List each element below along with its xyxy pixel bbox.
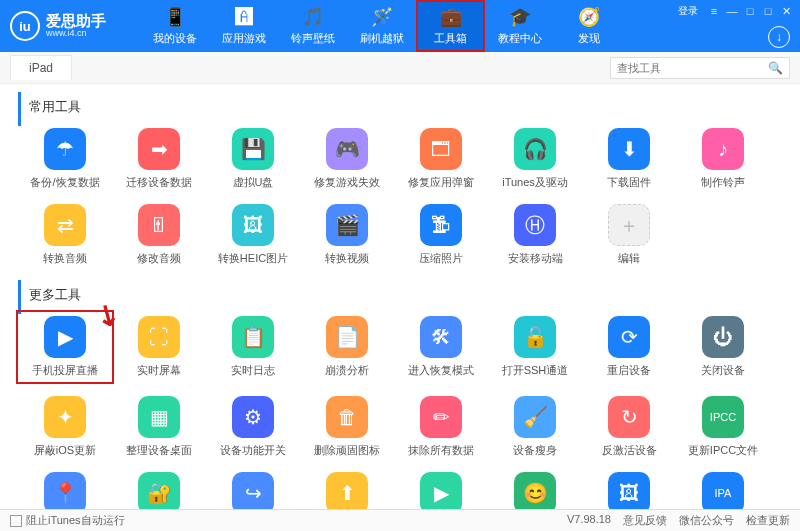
tool-item[interactable]: IPAIPA签名 xyxy=(676,472,770,514)
tool-label: iTunes及驱动 xyxy=(502,175,568,190)
tool-icon: 🗔 xyxy=(420,128,462,170)
close-icon[interactable]: ✕ xyxy=(778,3,794,19)
maximize-icon[interactable]: □ xyxy=(760,3,776,19)
tool-item[interactable]: 🗑删除顽固图标 xyxy=(300,396,394,458)
nav-3[interactable]: 🪄刷机越狱 xyxy=(347,0,416,52)
tool-icon: 🎬 xyxy=(326,204,368,246)
tool-label: 崩溃分析 xyxy=(325,363,369,378)
tool-item[interactable]: ♪制作铃声 xyxy=(676,128,770,190)
main-nav: 📱我的设备🅰应用游戏🎵铃声壁纸🪄刷机越狱💼工具箱🎓教程中心🧭发现 xyxy=(140,0,623,52)
tool-icon: 🗑 xyxy=(326,396,368,438)
tool-icon: 🧹 xyxy=(514,396,556,438)
menu-icon[interactable]: ≡ xyxy=(706,3,722,19)
nav-6[interactable]: 🧭发现 xyxy=(554,0,623,52)
tool-item[interactable]: ⛶实时屏幕 xyxy=(112,316,206,382)
tool-item[interactable]: ⬆备份引导区数据 xyxy=(300,472,394,514)
tool-item[interactable]: ✦屏蔽iOS更新 xyxy=(18,396,112,458)
tool-item[interactable]: ⇄转换音频 xyxy=(18,204,112,266)
tool-item[interactable]: 🎬转换视频 xyxy=(300,204,394,266)
logo-title: 爱思助手 xyxy=(46,13,106,30)
tool-item[interactable]: 🔓打开SSH通道 xyxy=(488,316,582,382)
more-tools-grid: ↘ ▶手机投屏直播⛶实时屏幕📋实时日志📄崩溃分析🛠进入恢复模式🔓打开SSH通道⟳… xyxy=(18,316,782,514)
common-tools-grid: ☂备份/恢复数据➡迁移设备数据💾虚拟U盘🎮修复游戏失效🗔修复应用弹窗🎧iTune… xyxy=(18,128,782,280)
tool-label: 安装移动端 xyxy=(508,251,563,266)
tool-icon: ✏ xyxy=(420,396,462,438)
nav-1[interactable]: 🅰应用游戏 xyxy=(209,0,278,52)
tool-icon: ☂ xyxy=(44,128,86,170)
nav-0[interactable]: 📱我的设备 xyxy=(140,0,209,52)
nav-label: 我的设备 xyxy=(153,31,197,46)
nav-icon: 💼 xyxy=(440,6,462,28)
tool-item[interactable]: 🎮修复游戏失效 xyxy=(300,128,394,190)
wechat-link[interactable]: 微信公众号 xyxy=(679,513,734,528)
logo[interactable]: iu 爱思助手 www.i4.cn xyxy=(0,11,140,41)
tool-item[interactable]: ⬇下载固件 xyxy=(582,128,676,190)
itunes-block-checkbox[interactable] xyxy=(10,515,22,527)
restore-icon[interactable]: □ xyxy=(742,3,758,19)
login-link[interactable]: 登录 xyxy=(678,4,698,18)
tool-item[interactable]: 🗔修复应用弹窗 xyxy=(394,128,488,190)
tool-icon: ⬆ xyxy=(326,472,368,514)
search-box[interactable]: 🔍 xyxy=(610,57,790,79)
tool-label: 制作铃声 xyxy=(701,175,745,190)
tool-item[interactable]: 🎧iTunes及驱动 xyxy=(488,128,582,190)
tool-item[interactable]: 💾虚拟U盘 xyxy=(206,128,300,190)
tool-icon: IPCC xyxy=(702,396,744,438)
tool-label: 下载固件 xyxy=(607,175,651,190)
tool-icon: ✦ xyxy=(44,396,86,438)
nav-5[interactable]: 🎓教程中心 xyxy=(485,0,554,52)
update-link[interactable]: 检查更新 xyxy=(746,513,790,528)
tool-label: 删除顽固图标 xyxy=(314,443,380,458)
tool-icon: 🖼 xyxy=(608,472,650,514)
tool-item[interactable]: 🛠进入恢复模式 xyxy=(394,316,488,382)
tool-item[interactable]: 📄崩溃分析 xyxy=(300,316,394,382)
tool-item[interactable]: 😊表情抠图 xyxy=(488,472,582,514)
content[interactable]: 常用工具 ☂备份/恢复数据➡迁移设备数据💾虚拟U盘🎮修复游戏失效🗔修复应用弹窗🎧… xyxy=(0,84,800,514)
tool-icon: ➡ xyxy=(138,128,180,170)
tool-item[interactable]: 🧹设备瘦身 xyxy=(488,396,582,458)
feedback-link[interactable]: 意见反馈 xyxy=(623,513,667,528)
tool-item[interactable]: ☂备份/恢复数据 xyxy=(18,128,112,190)
nav-label: 铃声壁纸 xyxy=(291,31,335,46)
tool-item[interactable]: 🔐破解时间限额 xyxy=(112,472,206,514)
search-icon[interactable]: 🔍 xyxy=(768,61,783,75)
tool-label: 设备瘦身 xyxy=(513,443,557,458)
tool-item[interactable]: ↪跳过设置向导 xyxy=(206,472,300,514)
nav-2[interactable]: 🎵铃声壁纸 xyxy=(278,0,347,52)
tool-icon: 🎮 xyxy=(326,128,368,170)
tool-item[interactable]: IPCC更新IPCC文件 xyxy=(676,396,770,458)
tool-item[interactable]: 📋实时日志 xyxy=(206,316,300,382)
tool-icon: ⛶ xyxy=(138,316,180,358)
tab-ipad[interactable]: iPad xyxy=(10,55,72,80)
tool-item[interactable]: 🎚修改音频 xyxy=(112,204,206,266)
tool-item[interactable]: ➡迁移设备数据 xyxy=(112,128,206,190)
tool-item[interactable]: 🗜压缩照片 xyxy=(394,204,488,266)
download-icon[interactable]: ↓ xyxy=(768,26,790,48)
tool-item[interactable]: ⏻关闭设备 xyxy=(676,316,770,382)
tool-icon: ⬇ xyxy=(608,128,650,170)
tool-icon: 🖼 xyxy=(232,204,274,246)
tool-icon: ⇄ xyxy=(44,204,86,246)
tool-item[interactable]: ↻反激活设备 xyxy=(582,396,676,458)
tool-item[interactable]: 📍虚拟定位 xyxy=(18,472,112,514)
tool-item[interactable]: ✏抹除所有数据 xyxy=(394,396,488,458)
tool-item[interactable]: 🖼图片去重 xyxy=(582,472,676,514)
tool-icon: ▦ xyxy=(138,396,180,438)
nav-label: 应用游戏 xyxy=(222,31,266,46)
nav-4[interactable]: 💼工具箱 xyxy=(416,0,485,52)
tool-item[interactable]: ▦整理设备桌面 xyxy=(112,396,206,458)
tool-icon: ▶ xyxy=(420,472,462,514)
tool-item[interactable]: ▶爱思播放器 xyxy=(394,472,488,514)
tool-item[interactable]: Ⓗ安装移动端 xyxy=(488,204,582,266)
tool-label: 压缩照片 xyxy=(419,251,463,266)
search-input[interactable] xyxy=(617,62,768,74)
tool-label: 更新IPCC文件 xyxy=(688,443,758,458)
section-common: 常用工具 xyxy=(18,92,782,126)
tool-item[interactable]: 🖼转换HEIC图片 xyxy=(206,204,300,266)
tool-label: 迁移设备数据 xyxy=(126,175,192,190)
tool-item[interactable]: ＋编辑 xyxy=(582,204,676,266)
tool-item[interactable]: ⚙设备功能开关 xyxy=(206,396,300,458)
tool-item[interactable]: ⟳重启设备 xyxy=(582,316,676,382)
nav-icon: 🪄 xyxy=(371,6,393,28)
minimize-icon[interactable]: — xyxy=(724,3,740,19)
